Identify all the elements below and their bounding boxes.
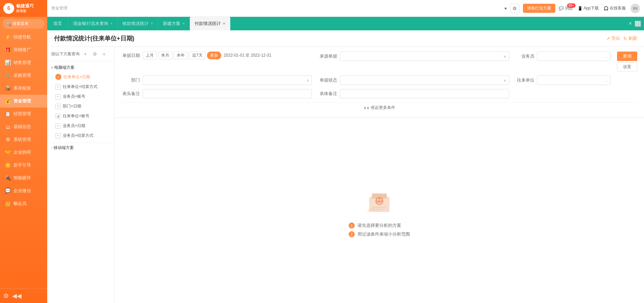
- payment-tab-close[interactable]: ×: [223, 21, 225, 26]
- filter-setting-btn[interactable]: 设置: [617, 62, 637, 71]
- left-panel: 按以下方案查询 + ⚙ « ▾ 电脑端方案 ✓ 往来单位+日期: [47, 47, 115, 303]
- filter-area: 单据日期 上月 本月 本年 近7天 更多 2022-01-01 至 2022-1…: [115, 47, 644, 118]
- breadcrumb: 资金管理: [51, 5, 501, 11]
- app-label: App下载: [584, 5, 599, 11]
- tab-new-scheme[interactable]: 新建方案 ×: [158, 17, 190, 30]
- export-btn[interactable]: ↗ 导出: [606, 35, 620, 41]
- refresh-icon: ↻: [623, 36, 627, 41]
- sidebar-item-member[interactable]: 👑畅会员: [0, 197, 47, 210]
- sidebar-item-sales[interactable]: 📊销售管理: [0, 56, 47, 69]
- sidebar-item-marketing[interactable]: 🎁营销推广: [0, 43, 47, 56]
- basic-icon: 🗂: [5, 124, 11, 130]
- scheme-item-label-unit-date: 往来单位+日期: [63, 74, 90, 80]
- refresh-btn[interactable]: ↻ 刷新: [623, 35, 637, 41]
- quick-nav-icon: ⚡: [5, 34, 11, 40]
- bank-tab-label: 现金银行流水查询: [73, 21, 108, 27]
- tab-bank[interactable]: 现金银行流水查询 ×: [68, 17, 118, 30]
- doc-status-select[interactable]: ∨: [340, 75, 509, 85]
- scheme-item-dept-date[interactable]: ≡ 部门+日期: [47, 101, 114, 111]
- close-all-tabs-btn[interactable]: ×: [629, 21, 632, 27]
- collapse-panel-btn[interactable]: «: [100, 50, 108, 58]
- dept-label: 部门: [121, 77, 140, 83]
- maximize-btn[interactable]: ⬜: [635, 21, 641, 27]
- sidebar-item-operation[interactable]: 📋经营管理: [0, 108, 47, 120]
- this-month-btn[interactable]: 本月: [158, 52, 172, 59]
- scheme-item-staff-settle[interactable]: ≡ 业务员+结算方式: [47, 131, 114, 141]
- page-body: 按以下方案查询 + ⚙ « ▾ 电脑端方案 ✓ 往来单位+日期: [47, 47, 644, 303]
- trial-btn[interactable]: 体验行业方案: [523, 4, 555, 13]
- sidebar-item-wechat[interactable]: 💬企业微信: [0, 184, 47, 197]
- tab-home[interactable]: 首页: [47, 17, 68, 30]
- page-title: 付款情况统计(往来单位+日期): [54, 34, 606, 42]
- sidebar-search[interactable]: 🔍 搜索菜单: [3, 19, 45, 29]
- dept-select[interactable]: ∨: [143, 75, 312, 85]
- tab-payment[interactable]: 付款情况统计 ×: [190, 17, 230, 30]
- topbar-dropdown-btn[interactable]: ▾: [504, 6, 507, 11]
- sidebar-item-guide[interactable]: 🌟新手引导: [0, 159, 47, 172]
- hint-num-2: 2: [349, 231, 355, 237]
- avatar[interactable]: Rit: [631, 4, 640, 13]
- dept-field: 部门 ∨: [121, 75, 312, 85]
- scheme-settings-btn[interactable]: ⚙: [91, 50, 98, 58]
- sidebar-label-basic: 基础信息: [13, 124, 31, 130]
- header-note-input[interactable]: [143, 89, 312, 98]
- scheme-item-staff-date[interactable]: ≡ 业务员+日期: [47, 121, 114, 131]
- sidebar-item-quick-nav[interactable]: ⚡快捷导航: [0, 31, 47, 43]
- source-field: 来源单据 ∨: [319, 52, 509, 61]
- collapse-more-btn[interactable]: ∧∧ 收起更多条件: [121, 102, 637, 113]
- topbar-gear-btn[interactable]: ⚙: [510, 4, 520, 13]
- more-date-btn[interactable]: 更多: [207, 52, 221, 59]
- sidebar-item-basic[interactable]: 🗂基础信息: [0, 120, 47, 133]
- add-scheme-btn[interactable]: +: [82, 50, 89, 58]
- mobile-schemes-group-title[interactable]: › 移动端方案: [47, 143, 114, 153]
- hint-num-1: 1: [349, 222, 355, 229]
- purchase-icon: 🛒: [5, 72, 11, 79]
- header-note-field: 表头备注: [121, 89, 312, 98]
- hint-text-1: 请先选择要分析的方案: [357, 222, 401, 229]
- pc-schemes-group-title[interactable]: ▾ 电脑端方案: [47, 63, 114, 72]
- source-chevron-down: ∨: [504, 55, 506, 58]
- sidebar-label-purchase: 采购管理: [13, 72, 31, 79]
- topbar-service-btn[interactable]: 🎧 在线客服: [604, 5, 626, 11]
- sidebar-item-enterprise[interactable]: 🤝企业协同: [0, 146, 47, 159]
- scheme-item-staff-account[interactable]: ≡ 业务员+账号: [47, 92, 114, 101]
- settings-footer-icon[interactable]: ⚙: [3, 292, 9, 300]
- hardware-icon: 🔌: [5, 175, 11, 181]
- last-7days-btn[interactable]: 近7天: [189, 52, 206, 59]
- receivable-tab-close[interactable]: ×: [151, 21, 153, 26]
- body-note-input[interactable]: [340, 89, 509, 98]
- scheme-item-unit-date[interactable]: ✓ 往来单位+日期: [47, 72, 114, 82]
- sidebar-logo: 6 畅捷通巧 标准版: [0, 0, 47, 17]
- last-month-btn[interactable]: 上月: [143, 52, 157, 59]
- sales-icon: 📊: [5, 60, 11, 66]
- counterpart-arrow: ...: [605, 79, 607, 82]
- sidebar-item-purchase[interactable]: 🛒采购管理: [0, 69, 47, 82]
- staff-select[interactable]: ...: [537, 52, 610, 61]
- source-label: 来源单据: [319, 53, 337, 59]
- empty-state: 1 请先选择要分析的方案 2 用过滤条件来缩小分析范围: [349, 183, 410, 237]
- sidebar-item-inventory[interactable]: 📦库存核算: [0, 82, 47, 95]
- query-btn[interactable]: 查询: [617, 52, 637, 61]
- collapse-sidebar-icon[interactable]: ◀◀: [12, 292, 22, 300]
- topbar-message-btn[interactable]: 💬 消息 99+: [559, 5, 573, 11]
- topbar-app-btn[interactable]: 📱 App下载: [578, 5, 599, 11]
- capital-icon: 💰: [5, 98, 11, 104]
- service-icon: 🎧: [604, 6, 609, 11]
- tab-receivable[interactable]: 收款情况统计 ×: [118, 17, 158, 30]
- this-year-btn[interactable]: 本年: [174, 52, 188, 59]
- sidebar-item-system[interactable]: ⚙系统管理: [0, 133, 47, 146]
- sidebar-item-hardware[interactable]: 🔌智能硬件: [0, 172, 47, 184]
- logo-name: 畅捷通巧: [16, 3, 34, 9]
- sidebar-label-hardware: 智能硬件: [13, 175, 31, 181]
- sidebar-item-capital[interactable]: 💰资金管理: [0, 95, 47, 108]
- new-scheme-tab-close[interactable]: ×: [182, 21, 185, 26]
- filter-row-1: 单据日期 上月 本月 本年 近7天 更多 2022-01-01 至 2022-1…: [121, 52, 637, 71]
- mobile-group-label: 移动端方案: [54, 145, 74, 151]
- staff-field: 业务员 ...: [516, 52, 610, 61]
- bank-tab-close[interactable]: ×: [110, 21, 113, 26]
- source-select[interactable]: ∨: [340, 52, 509, 61]
- counterpart-select[interactable]: ...: [537, 75, 610, 85]
- scheme-item-unit-account[interactable]: 📊 往来单位+账号: [47, 111, 114, 121]
- scheme-item-unit-settle[interactable]: ≡ 往来单位+结算方式: [47, 82, 114, 92]
- sidebar-label-member: 畅会员: [13, 201, 27, 207]
